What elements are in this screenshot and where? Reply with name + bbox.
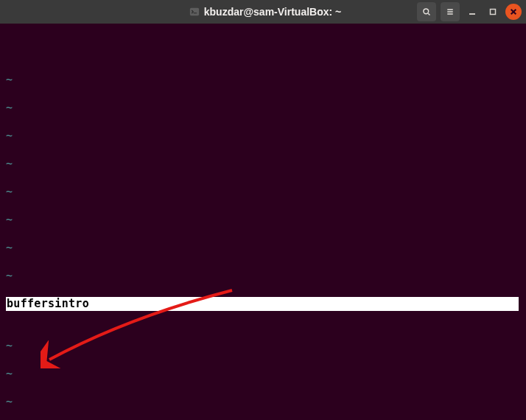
vim-tilde: ~: [6, 157, 13, 170]
window-title: kbuzdar@sam-VirtualBox: ~: [189, 5, 342, 19]
close-icon: [510, 8, 517, 15]
minimize-button[interactable]: [464, 4, 480, 20]
maximize-button[interactable]: [485, 4, 501, 20]
terminal-icon: [189, 7, 200, 17]
vim-tilde: ~: [6, 395, 13, 408]
search-button[interactable]: [417, 2, 436, 21]
close-button[interactable]: [505, 4, 522, 20]
vim-tilde: ~: [6, 73, 13, 86]
svg-rect-7: [491, 10, 496, 15]
vim-tilde: ~: [6, 269, 13, 282]
maximize-icon: [488, 7, 497, 16]
vim-tilde: ~: [6, 241, 13, 254]
empty-line: [6, 45, 13, 58]
vim-tilde: ~: [6, 339, 13, 352]
empty-line: [6, 311, 13, 324]
svg-point-1: [424, 9, 429, 14]
vim-tilde: ~: [6, 101, 13, 114]
window-title-text: kbuzdar@sam-VirtualBox: ~: [204, 5, 342, 19]
titlebar: kbuzdar@sam-VirtualBox: ~: [0, 0, 526, 24]
vim-statusline-top: buffersintro: [6, 297, 519, 311]
search-icon: [422, 7, 431, 16]
svg-line-2: [428, 13, 429, 15]
minimize-icon: [468, 7, 477, 16]
vim-tilde: ~: [6, 213, 13, 226]
terminal-area[interactable]: ~ ~ ~ ~ ~ ~ ~ ~ buffersintro ~ ~ ~ ~ ~ ~…: [0, 24, 526, 420]
vim-tilde: ~: [6, 367, 13, 380]
vim-tilde: ~: [6, 129, 13, 142]
hamburger-icon: [446, 7, 455, 16]
vim-tilde: ~: [6, 185, 13, 198]
svg-rect-0: [190, 8, 199, 16]
hamburger-menu-button[interactable]: [441, 2, 460, 21]
